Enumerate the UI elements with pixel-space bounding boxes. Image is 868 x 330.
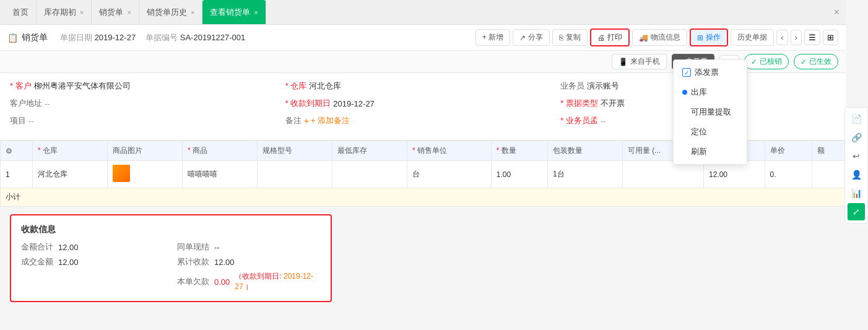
ticket-type-label: * 票据类型 bbox=[560, 98, 598, 109]
doc-number-group: 单据编号 SA-20191227-001 bbox=[145, 32, 245, 43]
summary-grid: 金额合计 12.00 同单现结 -- 成交金额 12.00 累计收款 12.00… bbox=[21, 241, 321, 292]
right-doc-icon[interactable]: 📄 bbox=[848, 110, 865, 128]
add-invoice-label: 添发票 bbox=[695, 67, 719, 78]
dropdown-outbound[interactable]: 出库 bbox=[674, 82, 747, 102]
subtotal-label: 小计 bbox=[1, 188, 846, 207]
prev-button[interactable]: ‹ bbox=[776, 30, 788, 45]
warehouse-label: * 仓库 bbox=[285, 80, 307, 92]
tab-bar: 首页 库存期初 × 销货单 × 销货单历史 × 查看销货单 × × bbox=[0, 0, 846, 25]
right-chart-icon[interactable]: 📊 bbox=[848, 185, 865, 202]
warehouse-value: 河北仓库 bbox=[309, 80, 383, 92]
th-unit-price: 单价 bbox=[765, 141, 812, 161]
th-product: * 商品 bbox=[183, 141, 258, 161]
deal-amount-label: 成交金额 bbox=[21, 256, 53, 267]
tab-view-sales-close[interactable]: × bbox=[254, 9, 258, 16]
right-user-icon[interactable]: 👤 bbox=[848, 166, 865, 183]
total-amount-label: 金额合计 bbox=[21, 241, 53, 253]
effective-icon: ✓ bbox=[801, 58, 807, 66]
sold-button[interactable]: ✓ 已核销 bbox=[744, 54, 789, 69]
th-pack-qty: 包装数量 bbox=[548, 141, 623, 161]
right-undo-icon[interactable]: ↩ bbox=[848, 147, 865, 165]
history-button[interactable]: 历史单据 bbox=[731, 29, 774, 46]
tab-inventory[interactable]: 库存期初 × bbox=[37, 0, 92, 24]
logistics-button[interactable]: 🚚 物流信息 bbox=[632, 29, 687, 46]
due-date-field: * 收款到期日 2019-12-27 bbox=[285, 98, 561, 109]
share-button[interactable]: ↗ 分享 bbox=[513, 29, 550, 46]
grid1-button[interactable]: ☰ bbox=[804, 30, 820, 45]
outstanding-label: 本单欠款 bbox=[177, 276, 209, 287]
staff-label: 业务员 bbox=[560, 80, 584, 92]
due-date-value: 2019-12-27 bbox=[333, 99, 407, 108]
same-settle-value: -- bbox=[214, 243, 220, 252]
th-image: 商品图片 bbox=[108, 141, 183, 161]
dropdown-locate[interactable]: 定位 bbox=[674, 122, 747, 142]
phone-icon: 📱 bbox=[618, 58, 628, 66]
doc-name: 销货单 bbox=[22, 32, 48, 43]
th-gear[interactable]: ⚙ bbox=[1, 141, 33, 161]
outstanding-value: 0.00 bbox=[214, 277, 230, 287]
effective-button[interactable]: ✓ 已生效 bbox=[794, 54, 838, 69]
refresh-label: 刷新 bbox=[691, 146, 707, 157]
copy-icon: ⎘ bbox=[559, 33, 563, 42]
share-icon: ↗ bbox=[519, 33, 526, 42]
tab-view-sales[interactable]: 查看销货单 × bbox=[202, 0, 266, 24]
operate-icon: ⊞ bbox=[697, 33, 703, 42]
customer-label: * 客户 bbox=[10, 80, 32, 92]
outbound-label: 出库 bbox=[691, 87, 707, 98]
project-label: 项目 bbox=[10, 115, 26, 126]
locate-label: 定位 bbox=[691, 126, 707, 137]
deal-amount-value: 12.00 bbox=[58, 258, 79, 267]
dropdown-add-invoice[interactable]: 添发票 bbox=[674, 63, 747, 82]
available-qty-icon bbox=[682, 110, 687, 115]
total-amount-value: 12.00 bbox=[58, 243, 79, 252]
copy-button[interactable]: ⎘ 复制 bbox=[552, 29, 588, 46]
total-received-label: 累计收款 bbox=[177, 256, 209, 267]
print-button[interactable]: 🖨 打印 bbox=[590, 28, 630, 46]
warehouse-field: * 仓库 河北仓库 bbox=[285, 80, 561, 92]
row-pack-qty: 1台 bbox=[548, 161, 623, 188]
row-current-stock: 12.00 bbox=[703, 161, 765, 188]
tab-inventory-close[interactable]: × bbox=[80, 9, 84, 16]
staff-value: 演示账号 bbox=[587, 80, 661, 92]
truck-icon: 🚚 bbox=[639, 33, 648, 42]
tab-sales-history-close[interactable]: × bbox=[191, 9, 194, 16]
summary-total-amount: 金额合计 12.00 bbox=[21, 241, 165, 253]
summary-total-received: 累计收款 12.00 bbox=[177, 256, 321, 267]
tab-home[interactable]: 首页 bbox=[5, 0, 37, 24]
row-unit-price: 0. bbox=[765, 161, 812, 188]
next-button[interactable]: › bbox=[791, 30, 802, 45]
operate-button[interactable]: ⊞ 操作 bbox=[690, 28, 728, 46]
dropdown-refresh[interactable]: 刷新 bbox=[674, 142, 747, 162]
right-icon-panel: 📄 🔗 ↩ 👤 📊 ⤢ bbox=[844, 107, 868, 224]
dropdown-available-qty[interactable]: 可用量提取 bbox=[674, 102, 747, 122]
table-row: 1 河北仓库 嘻嘻嘻嘻 台 1.00 1台 12.00 0. bbox=[1, 161, 846, 188]
th-unit: * 销售单位 bbox=[407, 141, 491, 161]
refresh-icon bbox=[682, 149, 687, 154]
address-label: 客户地址 bbox=[10, 98, 42, 109]
add-button[interactable]: + 新增 bbox=[475, 29, 510, 46]
summary-outstanding: 本单欠款 0.00 （收款到期日: 2019-12-27 ） bbox=[177, 271, 321, 292]
print-icon: 🖨 bbox=[597, 33, 605, 42]
summary-box: 收款信息 金额合计 12.00 同单现结 -- 成交金额 12.00 累计收款 … bbox=[10, 214, 332, 302]
total-received-value: 12.00 bbox=[214, 258, 235, 267]
same-settle-label: 同单现结 bbox=[177, 241, 209, 253]
add-remark-button[interactable]: + + 添加备注 bbox=[304, 115, 350, 126]
address-value: -- bbox=[45, 99, 119, 108]
tab-sales-close[interactable]: × bbox=[127, 9, 131, 16]
due-date-label: * 收款到期日 bbox=[285, 98, 331, 109]
doc-title-group: 📋 销货单 bbox=[7, 32, 48, 43]
grid2-button[interactable]: ⊞ bbox=[823, 30, 838, 45]
tab-sales[interactable]: 销货单 × bbox=[92, 0, 139, 24]
tab-sales-history[interactable]: 销货单历史 × bbox=[139, 0, 202, 24]
window-close[interactable]: × bbox=[834, 7, 840, 18]
doc-icon: 📋 bbox=[7, 33, 18, 43]
th-amount: 额 bbox=[812, 141, 845, 161]
right-link-icon[interactable]: 🔗 bbox=[848, 129, 865, 146]
th-min-stock: 最低库存 bbox=[332, 141, 407, 161]
row-spec bbox=[258, 161, 332, 188]
address-field: 客户地址 -- bbox=[10, 98, 285, 109]
from-phone-button[interactable]: 📱 来自手机 bbox=[612, 54, 667, 69]
th-warehouse: * 仓库 bbox=[33, 141, 108, 161]
staff2-value: -- bbox=[601, 116, 675, 126]
right-expand-icon[interactable]: ⤢ bbox=[848, 203, 865, 220]
